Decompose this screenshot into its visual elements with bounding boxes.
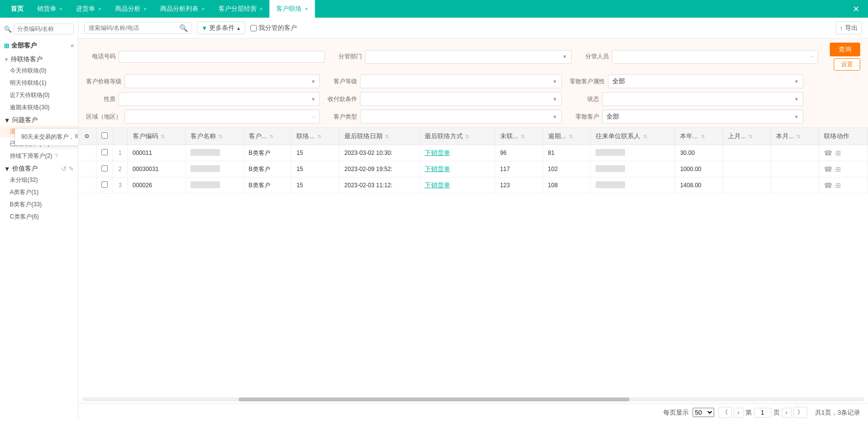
filter-select-retail-customer[interactable]: 全部 ▼ xyxy=(602,110,803,124)
nav-item-customer-tier[interactable]: 客户分层经营 × xyxy=(212,0,269,18)
th-overdue-sort: ⇅ xyxy=(569,134,573,139)
td-code-2: 000026 xyxy=(127,177,186,194)
filter-select-retail-customer-arrow: ▼ xyxy=(794,114,799,120)
page-size-select[interactable]: 50 100 xyxy=(693,408,714,417)
sidebar-item-unclassified[interactable]: 未分组(32) xyxy=(0,174,78,186)
table-row: 1 000011 B类客户 15 2023-03-02 10:30: 下销货单 … xyxy=(78,145,868,161)
page-number-input[interactable] xyxy=(754,408,772,418)
filter-select-payment[interactable]: ▼ xyxy=(360,92,561,106)
settings-button[interactable]: 设置 xyxy=(834,58,860,71)
td-checkbox-0[interactable] xyxy=(96,145,113,161)
td-last-contact-way-2[interactable]: 下销货单 xyxy=(419,177,495,194)
th-last-month-sort: ⇅ xyxy=(748,134,752,139)
my-customers-checkbox[interactable] xyxy=(250,25,257,31)
export-icon: ↑ xyxy=(840,25,844,32)
nav-close-goods-analysis-list[interactable]: × xyxy=(201,6,204,12)
sidebar-item-today-pending[interactable]: 今天待联络(0) xyxy=(0,65,78,77)
filter-select-person[interactable]: ··· xyxy=(612,50,818,64)
sidebar-group-problem-customers[interactable]: ▼ 问题客户 xyxy=(0,114,78,125)
action-contact-icon-2[interactable]: ☎ xyxy=(824,181,832,189)
filter-select-region[interactable]: ··· xyxy=(124,110,320,124)
th-checkbox[interactable] xyxy=(96,128,113,145)
export-button[interactable]: ↑ 导出 xyxy=(836,22,863,34)
filter-select-retail-attr[interactable]: 全部 ▼ xyxy=(608,74,803,88)
nav-close-customer-tier[interactable]: × xyxy=(260,6,263,12)
sidebar-collapse-icon[interactable]: « xyxy=(71,42,74,49)
th-unit-contact[interactable]: 往来单位联系人 ⇅ xyxy=(591,128,675,145)
sidebar-all-customers[interactable]: ⊞ 全部客户 « xyxy=(0,38,78,53)
filter-label-status: 状态 xyxy=(570,95,599,103)
filter-select-customer-type[interactable]: ▼ xyxy=(360,110,561,124)
filter-select-customer-grade[interactable]: ▼ xyxy=(360,74,561,88)
th-this-month[interactable]: 本月... ⇅ xyxy=(771,128,819,145)
more-conditions-button[interactable]: ▼ 更多条件 ▲ xyxy=(197,22,245,34)
sidebar-group-pending-contact[interactable]: ▼ 待联络客户 xyxy=(0,53,78,65)
th-last-contact-way[interactable]: 最后联络方式 ⇅ xyxy=(419,128,495,145)
action-contact-icon-1[interactable]: ☎ xyxy=(824,165,832,173)
th-last-contact-date[interactable]: 最后联络日期 ⇅ xyxy=(339,128,420,145)
filter-select-price-grade[interactable]: ▼ xyxy=(124,74,320,88)
last-page-button[interactable]: 》 xyxy=(794,407,807,418)
th-type[interactable]: 客户... ⇅ xyxy=(243,128,291,145)
sidebar-item-overdue-contact[interactable]: 逾期未联络(30) xyxy=(0,101,78,114)
main-search-icon[interactable]: 🔍 xyxy=(179,24,188,32)
value-customer-refresh-icon[interactable]: ↺ xyxy=(61,165,67,173)
action-more-icon-1[interactable]: ⊞ xyxy=(835,165,841,173)
td-last-contact-way-0[interactable]: 下销货单 xyxy=(419,145,495,161)
nav-close-purchase[interactable]: × xyxy=(98,6,101,12)
th-name[interactable]: 客户名称 ⇅ xyxy=(186,128,244,145)
bottom-bar: 每页显示 50 100 《 ‹ 第 页 › 》 共1页，3条记录 xyxy=(78,403,868,421)
filter-select-nature[interactable]: ▼ xyxy=(119,92,320,106)
td-unit-contact-1 xyxy=(591,161,675,177)
th-code[interactable]: 客户编码 ⇅ xyxy=(127,128,186,145)
th-overdue[interactable]: 逾期... ⇅ xyxy=(543,128,591,145)
filter-input-phone[interactable] xyxy=(119,51,325,63)
first-page-button[interactable]: 《 xyxy=(718,407,732,418)
action-more-icon-2[interactable]: ⊞ xyxy=(835,181,841,189)
sidebar-item-class-b[interactable]: B类客户(33) xyxy=(0,198,78,211)
prev-page-button[interactable]: ‹ xyxy=(734,408,744,418)
query-button[interactable]: 查询 xyxy=(830,43,860,56)
sidebar-item-week-pending[interactable]: 近7天待联络(0) xyxy=(0,89,78,101)
horizontal-scrollbar[interactable] xyxy=(82,397,864,401)
td-name-2 xyxy=(186,177,244,194)
main-search-input[interactable] xyxy=(89,25,179,31)
nav-close-sales[interactable]: × xyxy=(59,6,62,12)
scroll-thumb[interactable] xyxy=(239,397,629,401)
window-close-button[interactable]: ✕ xyxy=(848,4,864,14)
sidebar-item-class-c[interactable]: C类客户(6) xyxy=(0,211,78,223)
sidebar-search-input[interactable] xyxy=(14,24,74,34)
nav-close-customer-contact[interactable]: × xyxy=(305,6,308,12)
td-checkbox-1[interactable] xyxy=(96,161,113,177)
action-more-icon-0[interactable]: ⊞ xyxy=(835,149,841,157)
filter-select-dept[interactable]: ▼ xyxy=(365,50,571,64)
nav-item-sales[interactable]: 销货单 × xyxy=(30,0,69,18)
sidebar-item-declining[interactable]: 持续下滑客户(2) ? xyxy=(0,150,78,162)
th-settings[interactable]: ⚙ xyxy=(78,128,96,145)
action-contact-icon-0[interactable]: ☎ xyxy=(824,149,832,157)
filter-select-region-arrow: ··· xyxy=(312,114,315,120)
nav-item-home[interactable]: 首页 xyxy=(4,0,30,18)
th-no-contact[interactable]: 未联... ⇅ xyxy=(495,128,543,145)
select-all-checkbox[interactable] xyxy=(101,132,108,139)
td-checkbox-2[interactable] xyxy=(96,177,113,194)
nav-item-purchase[interactable]: 进货单 × xyxy=(69,0,108,18)
filter-select-status[interactable]: ▼ xyxy=(602,92,803,106)
sidebar-group-value-customers[interactable]: ▼ 价值客户 ↺ ✎ xyxy=(0,162,78,174)
th-last-month[interactable]: 上月... ⇅ xyxy=(723,128,771,145)
td-last-contact-way-1[interactable]: 下销货单 xyxy=(419,161,495,177)
nav-close-goods-analysis[interactable]: × xyxy=(144,6,146,12)
value-customer-edit-icon[interactable]: ✎ xyxy=(69,165,74,173)
th-contact[interactable]: 联络... ⇅ xyxy=(291,128,339,145)
nav-item-customer-contact[interactable]: 客户联络 × xyxy=(269,0,314,18)
td-unit-contact-0 xyxy=(591,145,675,161)
nav-item-goods-analysis[interactable]: 商品分析 × xyxy=(108,0,153,18)
my-customers-checkbox-wrap[interactable]: 我分管的客户 xyxy=(250,24,297,32)
th-this-year[interactable]: 本年... ⇅ xyxy=(675,128,723,145)
sidebar-item-tomorrow-pending[interactable]: 明天待联络(1) xyxy=(0,77,78,89)
nav-item-goods-analysis-list[interactable]: 商品分析列表 × xyxy=(153,0,211,18)
next-page-button[interactable]: › xyxy=(782,408,792,418)
filter-label-person: 分管人员 xyxy=(579,52,609,61)
sidebar-item-class-a[interactable]: A类客户(1) xyxy=(0,186,78,198)
th-action-label: 联络动作 xyxy=(824,132,849,140)
